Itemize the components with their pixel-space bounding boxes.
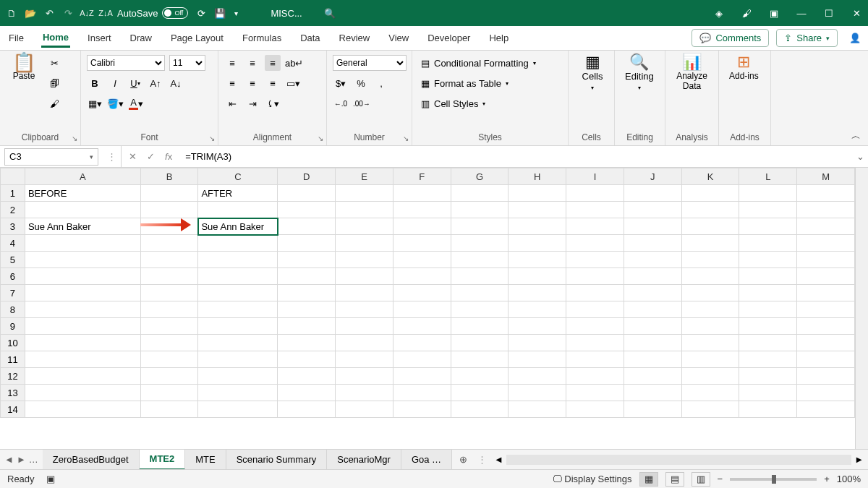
column-header[interactable]: A — [25, 168, 140, 185]
cell-G3[interactable] — [451, 218, 509, 235]
cell-L10[interactable] — [739, 335, 797, 351]
cell-M2[interactable] — [797, 202, 855, 218]
cell-K4[interactable] — [681, 235, 739, 252]
collapse-ribbon-icon[interactable]: ︿ — [844, 127, 868, 145]
cell-G12[interactable] — [451, 368, 509, 385]
cell-K11[interactable] — [681, 351, 739, 368]
cell-K3[interactable] — [681, 218, 739, 235]
column-header[interactable]: H — [509, 168, 566, 185]
cell-A14[interactable] — [25, 401, 140, 418]
cell-E11[interactable] — [336, 351, 393, 368]
cell-C10[interactable] — [198, 335, 278, 351]
column-header[interactable]: M — [797, 168, 855, 185]
cell-K13[interactable] — [681, 385, 739, 401]
comma-icon[interactable]: , — [373, 75, 389, 91]
cell-styles-button[interactable]: ▥Cell Styles▾ — [418, 95, 539, 111]
fill-color-icon[interactable]: 🪣▾ — [107, 95, 124, 111]
increase-indent-icon[interactable]: ⇥ — [244, 95, 260, 111]
column-header[interactable]: B — [140, 168, 198, 185]
cell-K2[interactable] — [681, 202, 739, 218]
format-as-table-button[interactable]: ▦Format as Table▾ — [418, 75, 539, 91]
new-file-icon[interactable]: 🗋 — [6, 7, 17, 19]
cell-F11[interactable] — [393, 351, 451, 368]
cell-A4[interactable] — [25, 235, 140, 252]
cell-J2[interactable] — [624, 202, 681, 218]
cut-icon[interactable]: ✂ — [46, 55, 62, 71]
macro-record-icon[interactable]: ▣ — [45, 474, 56, 485]
sheet-nav-next-icon[interactable]: ► — [17, 454, 26, 465]
merge-icon[interactable]: ▭▾ — [285, 75, 301, 91]
save-icon[interactable]: 💾 — [214, 7, 226, 19]
comments-button[interactable]: 💬Comments — [692, 29, 769, 47]
zoom-level[interactable]: 100% — [837, 474, 861, 484]
cell-H1[interactable] — [509, 185, 566, 202]
cell-C8[interactable] — [198, 301, 278, 318]
cell-L6[interactable] — [739, 268, 797, 285]
cell-E8[interactable] — [336, 301, 393, 318]
cell-K5[interactable] — [681, 252, 739, 268]
refresh-icon[interactable]: ⟳ — [195, 7, 207, 19]
row-header[interactable]: 2 — [1, 202, 25, 218]
cell-E1[interactable] — [336, 185, 393, 202]
cell-E10[interactable] — [336, 335, 393, 351]
underline-button[interactable]: U▾ — [127, 75, 143, 91]
cell-J1[interactable] — [624, 185, 681, 202]
cell-D4[interactable] — [278, 235, 336, 252]
cell-A5[interactable] — [25, 252, 140, 268]
cell-E2[interactable] — [336, 202, 393, 218]
cell-H6[interactable] — [509, 268, 566, 285]
sheet-tab[interactable]: Scenario Summary — [226, 450, 328, 470]
sheet-tab[interactable]: Goa … — [401, 450, 452, 470]
cell-E3[interactable] — [336, 218, 393, 235]
decrease-font-icon[interactable]: A↓ — [168, 75, 184, 91]
cell-C4[interactable] — [198, 235, 278, 252]
cell-B5[interactable] — [140, 252, 198, 268]
page-break-view-button[interactable]: ▥ — [692, 472, 710, 487]
column-header[interactable]: C — [198, 168, 278, 185]
cell-M9[interactable] — [797, 318, 855, 335]
cell-E14[interactable] — [336, 401, 393, 418]
cell-B7[interactable] — [140, 285, 198, 301]
qat-more-icon[interactable]: ▾ — [230, 7, 242, 19]
cell-I14[interactable] — [566, 401, 624, 418]
cell-I1[interactable] — [566, 185, 624, 202]
cell-F1[interactable] — [393, 185, 451, 202]
search-icon[interactable]: 🔍 — [324, 7, 336, 19]
cell-D1[interactable] — [278, 185, 336, 202]
cell-A10[interactable] — [25, 335, 140, 351]
cell-G5[interactable] — [451, 252, 509, 268]
cell-J5[interactable] — [624, 252, 681, 268]
cell-A11[interactable] — [25, 351, 140, 368]
cell-A1[interactable]: BEFORE — [25, 185, 140, 202]
undo-icon[interactable]: ↶ — [43, 7, 55, 19]
cell-M8[interactable] — [797, 301, 855, 318]
cell-F2[interactable] — [393, 202, 451, 218]
cell-K6[interactable] — [681, 268, 739, 285]
account-icon[interactable]: 👤 — [849, 33, 861, 44]
copy-icon[interactable]: 🗐 — [46, 75, 62, 91]
row-header[interactable]: 5 — [1, 252, 25, 268]
cell-B1[interactable] — [140, 185, 198, 202]
cell-G9[interactable] — [451, 318, 509, 335]
cell-B2[interactable] — [140, 202, 198, 218]
cell-G8[interactable] — [451, 301, 509, 318]
display-settings-button[interactable]: 🖵 Display Settings — [553, 474, 632, 484]
cell-D7[interactable] — [278, 285, 336, 301]
cell-A9[interactable] — [25, 318, 140, 335]
column-header[interactable]: L — [739, 168, 797, 185]
font-name-select[interactable]: Calibri — [87, 55, 165, 71]
increase-font-icon[interactable]: A↑ — [148, 75, 163, 91]
formula-input[interactable] — [179, 148, 852, 166]
decrease-decimal-icon[interactable]: .00→ — [353, 95, 370, 111]
cell-grid[interactable]: ABCDEFGHIJKLM1BEFOREAFTER23 Sue Ann Bake… — [0, 168, 855, 449]
cell-G1[interactable] — [451, 185, 509, 202]
cell-D8[interactable] — [278, 301, 336, 318]
minimize-icon[interactable]: ― — [796, 7, 807, 19]
cell-K9[interactable] — [681, 318, 739, 335]
cell-L11[interactable] — [739, 351, 797, 368]
row-header[interactable]: 9 — [1, 318, 25, 335]
cell-M10[interactable] — [797, 335, 855, 351]
cell-M6[interactable] — [797, 268, 855, 285]
cell-B13[interactable] — [140, 385, 198, 401]
row-header[interactable]: 12 — [1, 368, 25, 385]
